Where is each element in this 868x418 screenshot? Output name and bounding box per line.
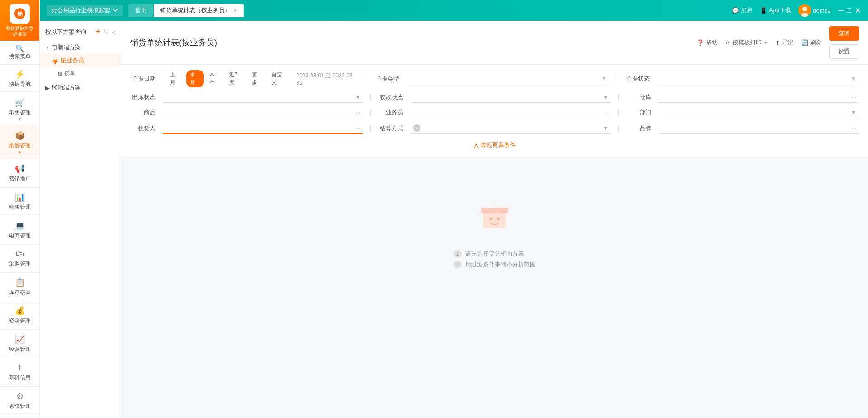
right-panel: 销货单统计表(按业务员) ❓ 帮助 🖨 按模板打印 ▼ ⬆ 导出 [121, 21, 868, 418]
divider-8 [618, 125, 619, 132]
marketing-icon: 📢 [15, 164, 25, 174]
query-button[interactable]: 查询 [829, 26, 859, 41]
salesman-more-icon: ··· [604, 109, 609, 116]
sidebar-search[interactable]: 🔍 搜索菜单 [0, 41, 39, 65]
date-btn-lastmonth[interactable]: 上月 [166, 70, 184, 87]
ecom-icon: 💻 [15, 221, 25, 231]
section-arrow: ▼ [45, 45, 50, 50]
user-menu[interactable]: demo2 [798, 4, 831, 17]
sidebar-item-operations[interactable]: 📈 经营管理 [0, 330, 39, 358]
main-area: 办公用品行业模拟账套 首页 销货单统计表（按业务员） ✕ 💬 消息 📱 App下… [40, 0, 868, 418]
pay-status-dropdown: ▼ [603, 94, 609, 100]
export-button[interactable]: ⬆ 导出 [775, 38, 794, 47]
status-input[interactable]: ▼ [657, 74, 859, 84]
sidebar: 畅 畅捷通好生意 标准版 🔍 搜索菜单 ⚡ 快捷导航 🛒 零售管理 ▼ 📦 批发… [0, 0, 40, 418]
help-button[interactable]: ❓ 帮助 [697, 38, 717, 47]
goods-more-icon: ··· [355, 109, 360, 116]
filter-row-3: 商品 ··· 业务员 ··· 部门 ▼ [130, 107, 859, 118]
mobile-arrow: ▶ [45, 85, 50, 91]
maximize-button[interactable]: □ [847, 6, 851, 15]
date-btn-7days[interactable]: 近7天 [226, 70, 246, 87]
left-panel-actions: + ✎ « [96, 27, 115, 37]
divider-2 [617, 76, 617, 82]
sidebar-item-purchase[interactable]: 🛍 采购管理 [0, 245, 39, 273]
refresh-button[interactable]: 🔄 刷新 [801, 38, 822, 47]
sidebar-item-ecom[interactable]: 💻 电商管理 [0, 216, 39, 245]
print-icon: 🖨 [725, 39, 731, 46]
scheme-salesman[interactable]: ◉ 按业务员 [40, 54, 121, 67]
sidebar-item-basicinfo[interactable]: ℹ 基础信息 [0, 358, 39, 387]
inventory-icon: 📋 [15, 277, 25, 287]
app-selector[interactable]: 办公用品行业模拟账套 [47, 5, 123, 16]
out-status-input[interactable]: ▼ [163, 92, 363, 103]
divider-3 [370, 94, 371, 100]
sidebar-item-collab[interactable]: 🤝 企业协同 [0, 415, 39, 418]
section-mobile-header[interactable]: ▶ 移动端方案 [40, 81, 121, 94]
brand-input[interactable]: ··· [659, 123, 859, 134]
date-btn-thisyear[interactable]: 本年 [206, 70, 224, 87]
left-panel-header: 按以下方案查询 + ✎ « [40, 24, 121, 39]
content-area: 按以下方案查询 + ✎ « ▼ 电脑端方案 ◉ 按业务员 ⊞ 按 [40, 21, 868, 418]
goods-input[interactable]: ··· [163, 107, 363, 118]
scheme-order[interactable]: ⊞ 按单 [40, 67, 121, 80]
svg-rect-7 [490, 208, 499, 213]
filter-row-2: 出库状态 ▼ 收款状态 ▼ 仓库 ··· [130, 92, 859, 103]
refresh-icon: 🔄 [801, 39, 808, 46]
sidebar-item-wholesale[interactable]: 📦 批发管理 ▲ [0, 126, 39, 159]
topbar-tabs: 首页 销货单统计表（按业务员） ✕ [128, 4, 726, 17]
empty-tip-1: 1 请先选择要分析的方案 [453, 250, 536, 258]
warehouse-input[interactable]: ··· [659, 92, 859, 103]
divider-1 [367, 76, 367, 82]
setting-button[interactable]: 设置 [829, 44, 859, 59]
export-icon: ⬆ [775, 39, 780, 46]
settle-dropdown: ▼ [603, 125, 609, 131]
collapse-filters-button[interactable]: ⋀ 收起更多条件 [471, 138, 519, 152]
sidebar-item-finance[interactable]: 💰 资金管理 [0, 301, 39, 330]
logo-icon: 畅 [10, 4, 30, 24]
sidebar-item-sales[interactable]: 📊 销售管理 [0, 188, 39, 216]
empty-tips: 1 请先选择要分析的方案 2 用过滤条件来缩小分析范围 [453, 250, 536, 269]
sidebar-item-quicknav[interactable]: ⚡ 快捷导航 [0, 65, 39, 93]
collapse-icon: ⋀ [474, 142, 479, 149]
collapse-panel-button[interactable]: « [112, 28, 115, 36]
page-title: 销货单统计表(按业务员) [130, 37, 217, 48]
svg-point-9 [497, 218, 500, 220]
topbar: 办公用品行业模拟账套 首页 销货单统计表（按业务员） ✕ 💬 消息 📱 App下… [40, 0, 868, 21]
settle-input[interactable]: ✕ ▼ [410, 123, 611, 134]
settle-clear[interactable]: ✕ [413, 124, 420, 132]
topbar-right: 💬 消息 📱 App下载 demo2 ─ □ ✕ [732, 4, 861, 17]
tab-report[interactable]: 销货单统计表（按业务员） ✕ [154, 4, 244, 17]
app-download-button[interactable]: 📱 App下载 [760, 6, 791, 14]
date-btn-custom[interactable]: 自定义 [268, 70, 291, 87]
type-input[interactable]: ▼ [407, 74, 609, 84]
download-icon: 📱 [760, 7, 767, 14]
system-icon: ⚙ [16, 391, 24, 401]
print-button[interactable]: 🖨 按模板打印 ▼ [725, 38, 768, 47]
sidebar-item-inventory[interactable]: 📋 库存核算 [0, 273, 39, 301]
add-scheme-button[interactable]: + [96, 27, 101, 37]
date-btn-more[interactable]: 更多 [248, 70, 266, 87]
minimize-button[interactable]: ─ [838, 6, 843, 15]
sidebar-item-marketing[interactable]: 📢 营销推广 [0, 159, 39, 188]
tab-home[interactable]: 首页 [128, 4, 153, 17]
divider-5 [370, 109, 371, 116]
sidebar-item-retail[interactable]: 🛒 零售管理 ▼ [0, 93, 39, 126]
pay-status-input[interactable]: ▼ [410, 92, 611, 103]
out-status-dropdown: ▼ [355, 94, 360, 100]
sidebar-logo: 畅 畅捷通好生意 标准版 [0, 0, 39, 41]
msg-button[interactable]: 💬 消息 [732, 6, 753, 14]
finance-icon: 💰 [15, 306, 25, 316]
edit-scheme-button[interactable]: ✎ [103, 28, 109, 36]
tab-close-button[interactable]: ✕ [233, 8, 237, 14]
dept-dropdown: ▼ [851, 109, 856, 116]
purchase-icon: 🛍 [16, 249, 24, 259]
salesman-input[interactable]: ··· [410, 107, 611, 118]
receiver-input[interactable]: ··· [163, 123, 363, 134]
dept-input[interactable]: ▼ [659, 108, 859, 118]
section-desktop-header[interactable]: ▼ 电脑端方案 [40, 41, 121, 54]
msg-icon: 💬 [732, 7, 739, 14]
avatar [798, 4, 811, 17]
sidebar-item-system[interactable]: ⚙ 系统管理 [0, 387, 39, 415]
window-close-button[interactable]: ✕ [855, 6, 861, 15]
date-btn-thismonth[interactable]: 本月 [186, 70, 204, 87]
